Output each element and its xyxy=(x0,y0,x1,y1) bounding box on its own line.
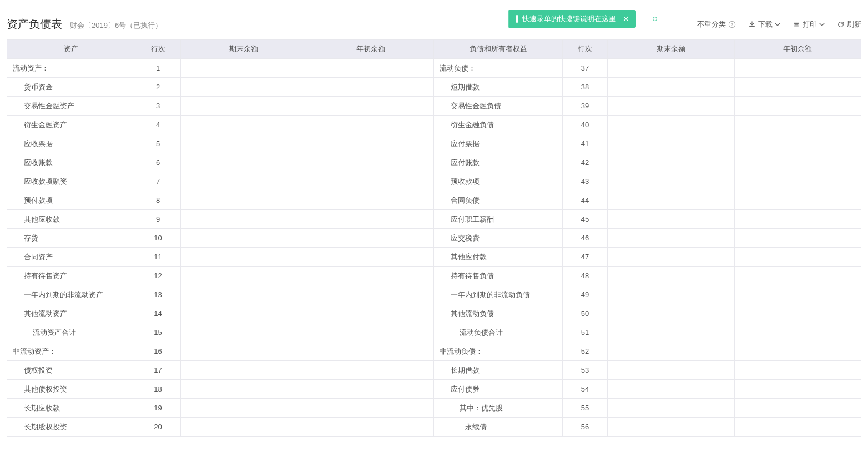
asset-begin-balance xyxy=(307,134,434,153)
liab-line-no: 37 xyxy=(562,59,607,78)
asset-begin-balance xyxy=(307,229,434,248)
asset-end-balance xyxy=(180,361,307,380)
hint-pill: 快速录单的快捷键说明在这里 ✕ xyxy=(508,10,636,28)
liab-begin-balance xyxy=(734,210,861,229)
table-row: 债权投资17长期借款53 xyxy=(7,361,861,380)
liab-begin-balance xyxy=(734,361,861,380)
liab-begin-balance xyxy=(734,78,861,97)
liab-end-balance xyxy=(608,285,734,304)
asset-label: 货币资金 xyxy=(7,78,135,97)
table-row: 交易性金融资产3交易性金融负债39 xyxy=(7,97,861,116)
refresh-label: 刷新 xyxy=(847,19,861,29)
asset-line-no: 20 xyxy=(135,418,180,437)
liab-line-no: 44 xyxy=(562,191,607,210)
asset-end-balance xyxy=(180,285,307,304)
liab-label: 应付账款 xyxy=(434,153,562,172)
liab-end-balance xyxy=(608,418,734,437)
asset-label: 应收款项融资 xyxy=(7,172,135,191)
liab-begin-balance xyxy=(734,380,861,399)
asset-begin-balance xyxy=(307,323,434,342)
hint-connector-line xyxy=(636,19,653,19)
asset-begin-balance xyxy=(307,78,434,97)
liab-end-balance xyxy=(608,323,734,342)
asset-end-balance xyxy=(180,191,307,210)
asset-end-balance xyxy=(180,116,307,134)
asset-line-no: 3 xyxy=(135,97,180,116)
asset-label: 存货 xyxy=(7,229,135,248)
asset-end-balance xyxy=(180,172,307,191)
asset-end-balance xyxy=(180,267,307,285)
asset-end-balance xyxy=(180,399,307,418)
liab-label: 流动负债： xyxy=(434,59,562,78)
liab-line-no: 48 xyxy=(562,267,607,285)
table-row: 其他流动资产14其他流动负债50 xyxy=(7,304,861,323)
liab-label: 非流动负债： xyxy=(434,342,562,361)
liab-label: 合同负债 xyxy=(434,191,562,210)
asset-line-no: 9 xyxy=(135,210,180,229)
asset-end-balance xyxy=(180,78,307,97)
liab-line-no: 53 xyxy=(562,361,607,380)
download-button[interactable]: 下载 xyxy=(748,19,780,29)
no-classify-button[interactable]: 不重分类 ? xyxy=(697,19,736,29)
liab-end-balance xyxy=(608,97,734,116)
table-row: 一年内到期的非流动资产13一年内到期的非流动负债49 xyxy=(7,285,861,304)
print-button[interactable]: 打印 xyxy=(793,19,825,29)
liab-end-balance xyxy=(608,304,734,323)
asset-label: 其他应收款 xyxy=(7,210,135,229)
asset-end-balance xyxy=(180,97,307,116)
asset-label: 债权投资 xyxy=(7,361,135,380)
no-classify-label: 不重分类 xyxy=(697,19,726,29)
liab-line-no: 43 xyxy=(562,172,607,191)
asset-begin-balance xyxy=(307,304,434,323)
asset-end-balance xyxy=(180,418,307,437)
header-end-a: 期末余额 xyxy=(180,40,307,59)
refresh-icon xyxy=(837,21,845,28)
liab-end-balance xyxy=(608,380,734,399)
liab-end-balance xyxy=(608,116,734,134)
table-row: 应收款项融资7预收款项43 xyxy=(7,172,861,191)
header-liab: 负债和所有者权益 xyxy=(434,40,562,59)
download-icon xyxy=(748,21,756,28)
asset-begin-balance xyxy=(307,418,434,437)
liab-line-no: 52 xyxy=(562,342,607,361)
print-label: 打印 xyxy=(803,19,817,29)
liab-line-no: 50 xyxy=(562,304,607,323)
liab-line-no: 41 xyxy=(562,134,607,153)
asset-end-balance xyxy=(180,153,307,172)
liab-label: 交易性金融负债 xyxy=(434,97,562,116)
hint-accent-bar xyxy=(516,15,518,23)
page-title: 资产负债表 xyxy=(7,17,62,32)
liab-line-no: 49 xyxy=(562,285,607,304)
liab-label: 流动负债合计 xyxy=(434,323,562,342)
liab-label: 衍生金融负债 xyxy=(434,116,562,134)
asset-label: 非流动资产： xyxy=(7,342,135,361)
close-icon[interactable]: ✕ xyxy=(623,14,629,23)
liab-label: 其中：优先股 xyxy=(434,399,562,418)
refresh-button[interactable]: 刷新 xyxy=(837,19,861,29)
hint-banner: 快速录单的快捷键说明在这里 ✕ xyxy=(508,10,657,28)
asset-label: 应收账款 xyxy=(7,153,135,172)
asset-line-no: 1 xyxy=(135,59,180,78)
asset-begin-balance xyxy=(307,342,434,361)
asset-begin-balance xyxy=(307,361,434,380)
question-circle-icon: ? xyxy=(728,21,736,28)
liab-begin-balance xyxy=(734,172,861,191)
asset-line-no: 13 xyxy=(135,285,180,304)
asset-label: 流动资产： xyxy=(7,59,135,78)
liab-end-balance xyxy=(608,342,734,361)
liab-begin-balance xyxy=(734,153,861,172)
asset-line-no: 17 xyxy=(135,361,180,380)
asset-label: 持有待售资产 xyxy=(7,267,135,285)
liab-line-no: 39 xyxy=(562,97,607,116)
liab-begin-balance xyxy=(734,59,861,78)
balance-sheet-table: 资产 行次 期末余额 年初余额 负债和所有者权益 行次 期末余额 年初余额 流动… xyxy=(7,39,861,437)
asset-begin-balance xyxy=(307,116,434,134)
liab-line-no: 56 xyxy=(562,418,607,437)
liab-begin-balance xyxy=(734,304,861,323)
asset-begin-balance xyxy=(307,172,434,191)
liab-line-no: 47 xyxy=(562,248,607,267)
liab-begin-balance xyxy=(734,285,861,304)
liab-end-balance xyxy=(608,210,734,229)
table-row: 持有待售资产12持有待售负债48 xyxy=(7,267,861,285)
asset-begin-balance xyxy=(307,399,434,418)
